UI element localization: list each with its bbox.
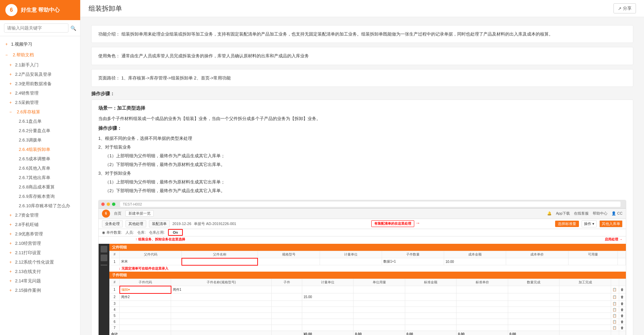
step1: 1、根据不同的业务，选择不同单据的类型来处理 (98, 134, 626, 143)
sidebar-item-online-pay[interactable]: + 2.13在线支付 (9, 267, 80, 276)
scene1-section: 场景一：加工类型选择 (98, 105, 626, 111)
sidebar-item-cost-recalc[interactable]: 2.6.8商品成本重算 (19, 182, 80, 192)
sim-body: 父件明细 # 父件代码 父件名称 规格型号 计量单位 子件数量 (99, 244, 626, 335)
sidebar-item-video[interactable]: + 1.视频学习 (0, 39, 80, 50)
sim-confirm-btn[interactable]: 选择标准量 (555, 221, 579, 227)
sim-action-btn[interactable]: 操作 ▾ (582, 220, 597, 227)
page-title: 组装拆卸单 (89, 4, 122, 13)
ops-content: 场景一：加工类型选择 当由多个子件材料组装成一个成品的业务为【组装】业务，当由一… (91, 100, 633, 335)
nav-sub-inventory: 2.6.1盘点单 2.6.2分量盘点单 2.6.3调拨单 2.6.4组装拆卸单 … (9, 117, 80, 211)
expand-icon: + (9, 63, 12, 67)
sim-lower-header: 子件明细 (109, 272, 626, 279)
sim-btn-new[interactable]: 业务处理 (102, 220, 123, 227)
role-box: 使用角色： 通常由生产人员或库管人员完成拆装业务的操作，库管人员确认原材料的出库… (91, 47, 633, 65)
sim-upper-table: # 父件代码 父件名称 规格型号 计量单位 子件数量 成本金额 成本单价 可用量 (109, 251, 626, 266)
expand-icon: + (9, 232, 12, 236)
path-box: 页面路径： 1、库存核算->库存管理->组装拆卸单 2、首页->常用功能 (91, 69, 633, 87)
sidebar-item-coupon[interactable]: + 2.9优惠券管理 (9, 229, 80, 239)
step3: 3、对于拆卸业务 (98, 169, 626, 178)
path-label: 页面路径： (98, 75, 120, 80)
sidebar-header: 6 好生意 帮助中心 (0, 0, 80, 20)
sidebar-item-partial-stocktake[interactable]: 2.6.2分量盘点单 (19, 126, 80, 135)
sidebar-item-inventory-error[interactable]: 2.6.10库存账本错了怎么办 (19, 201, 80, 211)
expand-icon: + (9, 100, 12, 105)
func-intro-text: 组装拆卸单用来处理企业组装或拆卸等加工业务，支持有固定装配清单的产品加工业务，也… (121, 32, 553, 37)
scene1-desc: 当由多个子件材料组装成一个成品的业务为【组装】业务，当由一个父件拆分成多个子产品… (98, 115, 626, 122)
expand-icon: + (9, 269, 12, 274)
annot-has-bom: 有装配清单的在这里处理 (371, 220, 414, 227)
ops-label: 操作步骤： (91, 91, 633, 97)
annot-type: ↑ 组装业务、拆卸业务在这里选择 (136, 237, 185, 242)
sidebar-item-cost-adjust[interactable]: 2.6.5成本调整单 (19, 154, 80, 164)
sim-lower-table: # 子件代码 子件名称(规格型号) 子件 计量单位 单位用量 标准金额 标准单价… (109, 279, 626, 335)
sidebar-item-other-out[interactable]: 2.6.7其他出库单 (19, 173, 80, 182)
sidebar-item-install[interactable]: + 2.2产品安装及登录 (9, 70, 80, 79)
expand-icon: + (9, 81, 12, 86)
path-text: 1、库存核算->库存管理->组装拆卸单 2、首页->常用功能 (121, 75, 231, 80)
sidebar-item-stocktake[interactable]: 2.6.1盘点单 (19, 117, 80, 126)
sidebar-item-other-in[interactable]: 2.6.6其他入库单 (19, 164, 80, 173)
step3-sub: （1）上部明细为父件明细，最终作为原材料生成其它出库单； （2）下部明细为子件明… (98, 178, 626, 195)
sidebar-item-helpdoc[interactable]: − 2.帮助文档 (0, 50, 80, 60)
sim-btn-other[interactable]: 其他处理 (125, 220, 146, 227)
sidebar-item-transfer[interactable]: 2.6.3调拨单 (19, 135, 80, 145)
step3-sub2: （2）下部明细为子件明细，最终作为产成品生成其它入库单。 (105, 186, 626, 195)
expand-icon: + (9, 260, 12, 265)
expand-icon: + (9, 213, 12, 218)
logo-icon: 6 (5, 4, 17, 16)
sidebar-item-newbie[interactable]: + 2.1新手入门 (9, 60, 80, 70)
collapse-icon: − (5, 53, 9, 57)
sidebar-item-inventory-query[interactable]: 2.6.9库存账本查询 (19, 192, 80, 201)
sim-logo: 6 (102, 210, 110, 218)
sidebar-item-sales[interactable]: + 2.4销售管理 (9, 89, 80, 98)
nav-sub-helpdoc: + 2.1新手入门 + 2.2产品安装及登录 + 2.3使用前数据准备 + 2.… (0, 60, 80, 295)
expand-icon: + (9, 72, 12, 77)
annot-enable: 启用处理 → (605, 237, 623, 242)
search-icon[interactable]: 🔍 (70, 25, 76, 31)
sidebar-item-cases[interactable]: + 2.15操作案例 (9, 286, 80, 295)
sidebar-item-inventory[interactable]: − 2.6库存核算 (9, 107, 80, 117)
sim-left-nav (99, 244, 109, 335)
step2-sub1: （1）上部明细为父件明细，最终作为产成品生成其它入库单； (105, 152, 626, 160)
share-icon: ↗ (618, 6, 622, 11)
step2-sub2: （2）下部明细为子件明细，最终作为原材料生成其它出库单。 (105, 160, 626, 169)
expand-icon: + (9, 241, 12, 246)
sim-annot-lower: ↓ 无固定清单可在组件在这里录入 (109, 266, 626, 272)
sidebar: 6 好生意 帮助中心 🔍 + 1.视频学习 − 2.帮助文档 + 2.1新手入门… (0, 0, 80, 335)
screenshot-container: TEST-H002 6 自页 新建单据一览 🔔 App下载 在线客服 帮助中心 … (98, 200, 626, 335)
sidebar-item-purchase[interactable]: + 2.5采购管理 (9, 98, 80, 107)
ops-steps-label: 操作步骤： (98, 125, 626, 131)
main: 组装拆卸单 ↗ 分享 功能介绍： 组装拆卸单用来处理企业组装或拆卸等加工业务，支… (80, 0, 644, 335)
sim-table-area: 父件明细 # 父件代码 父件名称 规格型号 计量单位 子件数量 (109, 244, 626, 335)
sidebar-item-assembly[interactable]: 2.6.4组装拆卸单 (19, 145, 80, 154)
top-bar: 组装拆卸单 ↗ 分享 (80, 0, 644, 17)
expand-icon: + (5, 42, 8, 47)
expand-icon: + (9, 222, 12, 227)
sidebar-item-mobile[interactable]: + 2.8手机旺铺 (9, 220, 80, 229)
expand-icon: + (9, 91, 12, 96)
sidebar-item-dataprep[interactable]: + 2.3使用前数据准备 (9, 79, 80, 89)
step2-sub: （1）上部明细为父件明细，最终作为产成品生成其它入库单； （2）下部明细为子件明… (98, 152, 626, 169)
sidebar-item-finance[interactable]: + 2.7资金管理 (9, 211, 80, 220)
func-intro-box: 功能介绍： 组装拆卸单用来处理企业组装或拆卸等加工业务，支持有固定装配清单的产品… (91, 25, 633, 43)
sidebar-item-customize[interactable]: + 2.12系统个性化设置 (9, 258, 80, 267)
step3-sub1: （1）上部明细为父件明细，最终作为原材料生成其它出库单； (105, 178, 626, 186)
scene1-title: 场景一：加工类型选择 (98, 105, 145, 111)
nav-list: + 1.视频学习 − 2.帮助文档 + 2.1新手入门 + 2.2产品安装及登录… (0, 36, 80, 335)
share-button[interactable]: ↗ 分享 (613, 3, 636, 13)
sim-upper-header: 父件明细 (109, 244, 626, 251)
app-title: 好生意 帮助中心 (21, 7, 60, 14)
search-box: 🔍 (0, 20, 80, 36)
content-area: 功能介绍： 组装拆卸单用来处理企业组装或拆卸等加工业务，支持有固定装配清单的产品… (80, 17, 644, 335)
expand-icon: + (9, 288, 12, 293)
sim-save-btn[interactable]: 其他入库单 (599, 220, 623, 227)
func-intro-label: 功能介绍： (98, 32, 120, 37)
search-input[interactable] (4, 23, 68, 33)
sidebar-item-print[interactable]: + 2.11打印设置 (9, 248, 80, 258)
role-text: 通常由生产人员或库管人员完成拆装业务的操作，库管人员确认原材料的出库和产成品的入… (121, 53, 309, 58)
sidebar-item-ops[interactable]: + 2.10经营管理 (9, 239, 80, 248)
collapse-icon: − (9, 110, 13, 114)
sim-type-toggle[interactable]: On (168, 229, 182, 236)
expand-icon: + (9, 279, 12, 283)
sidebar-item-faq[interactable]: + 2.14常见问题 (9, 276, 80, 286)
